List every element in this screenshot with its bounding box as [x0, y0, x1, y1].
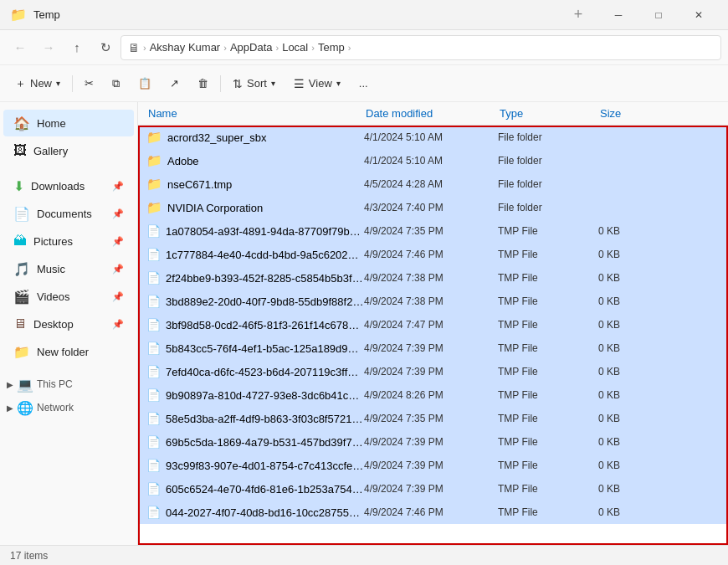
back-button[interactable]: ← — [7, 34, 33, 61]
table-row[interactable]: 📄 3bf98d58-0cd2-46f5-81f3-261f14c67813.t… — [138, 313, 728, 336]
col-name[interactable]: Name — [145, 107, 362, 120]
tmp-file-icon: 📄 — [146, 435, 161, 449]
pin-icon[interactable]: 📌 — [112, 181, 124, 192]
file-name: acrord32_super_sbx — [167, 131, 267, 144]
videos-icon: 🎬 — [13, 289, 30, 305]
sidebar-item-music[interactable]: 🎵 Music 📌 — [3, 255, 134, 282]
sidebar-label-home: Home — [37, 117, 66, 130]
file-name: 93c99f83-907e-4d01-8754-c7c413ccfe84.t..… — [166, 460, 364, 472]
table-row[interactable]: 📄 69b5c5da-1869-4a79-b531-457bd39f7c74..… — [138, 430, 728, 454]
file-name-cell: 📄 9b90897a-810d-4727-93e8-3dc6b41c41a6..… — [146, 388, 364, 402]
table-row[interactable]: 📁 NVIDIA Corporation 4/3/2024 7:40 PM Fi… — [138, 196, 728, 219]
table-row[interactable]: 📄 3bd889e2-20d0-40f7-9bd8-55db9f88f24a..… — [138, 290, 728, 313]
pin-icon-music[interactable]: 📌 — [112, 264, 124, 275]
sidebar-item-home[interactable]: 🏠 Home — [3, 110, 134, 136]
breadcrumb-user[interactable]: Akshay Kumar — [150, 41, 221, 54]
sidebar-item-desktop[interactable]: 🖥 Desktop 📌 — [3, 311, 134, 337]
table-row[interactable]: 📄 9b90897a-810d-4727-93e8-3dc6b41c41a6..… — [138, 383, 728, 407]
pin-icon-videos[interactable]: 📌 — [112, 291, 124, 302]
file-type: TMP File — [498, 249, 598, 260]
folder-icon: 📁 — [146, 177, 162, 192]
paste-icon: 📋 — [138, 77, 151, 90]
pin-icon-pics[interactable]: 📌 — [112, 236, 124, 247]
view-chevron-icon: ▾ — [336, 79, 341, 88]
file-size: 0 KB — [598, 342, 665, 354]
file-type: TMP File — [498, 319, 598, 331]
minimize-button[interactable]: ─ — [599, 0, 638, 30]
breadcrumb[interactable]: 🖥 › Akshay Kumar › AppData › Local › Tem… — [120, 35, 721, 60]
network-section[interactable]: ▶ 🌐 Network — [0, 396, 137, 419]
sidebar-item-downloads[interactable]: ⬇ Downloads 📌 — [3, 172, 134, 199]
file-date: 4/9/2024 7:38 PM — [364, 295, 498, 307]
file-size: 0 KB — [598, 460, 665, 471]
refresh-button[interactable]: ↻ — [92, 34, 119, 61]
table-row[interactable]: 📄 5b843cc5-76f4-4ef1-b5ac-125a189d9917..… — [138, 336, 728, 360]
breadcrumb-temp[interactable]: Temp — [318, 41, 345, 54]
file-name-cell: 📄 1a078054-a93f-4891-94da-87709f79b184.t… — [146, 224, 364, 238]
sidebar-item-gallery[interactable]: 🖼 Gallery — [3, 137, 134, 164]
sidebar-item-newfolder[interactable]: 📁 New folder — [3, 338, 134, 365]
forward-button[interactable]: → — [35, 34, 62, 61]
table-row[interactable]: 📄 1c777884-4e40-4cdd-b4bd-9a5c6202455...… — [138, 243, 728, 266]
copy-button[interactable]: ⧉ — [104, 70, 128, 97]
file-name: 1c777884-4e40-4cdd-b4bd-9a5c6202455... — [166, 249, 364, 261]
table-row[interactable]: 📁 acrord32_super_sbx 4/1/2024 5:10 AM Fi… — [138, 126, 728, 149]
tmp-file-icon: 📄 — [146, 482, 161, 496]
more-button[interactable]: ... — [351, 70, 377, 97]
file-name: 605c6524-4e70-4fd6-81e6-1b253a754310... — [166, 483, 364, 496]
table-row[interactable]: 📁 Adobe 4/1/2024 5:10 AM File folder — [138, 149, 728, 172]
new-button[interactable]: ＋ New ▾ — [7, 70, 69, 97]
table-row[interactable]: 📄 58e5d3ba-a2ff-4df9-b863-3f03c8f57213.t… — [138, 407, 728, 430]
breadcrumb-appdata[interactable]: AppData — [230, 41, 273, 54]
status-text: 17 items — [10, 550, 48, 562]
file-type: File folder — [498, 155, 598, 167]
sidebar-item-pictures[interactable]: 🏔 Pictures 📌 — [3, 228, 134, 254]
col-size[interactable]: Size — [597, 107, 664, 120]
table-row[interactable]: 📄 7efd40ca-d6fc-4523-b6d4-207119c3ff5a.t… — [138, 360, 728, 383]
title-bar: 📁 Temp + ─ □ ✕ — [0, 0, 728, 30]
delete-button[interactable]: 🗑 — [189, 70, 217, 97]
up-button[interactable]: ↑ — [64, 34, 90, 61]
breadcrumb-computer-icon: 🖥 — [128, 41, 140, 54]
sidebar-label-videos: Videos — [37, 290, 70, 303]
file-size: 0 KB — [598, 366, 665, 378]
file-list[interactable]: 📁 acrord32_super_sbx 4/1/2024 5:10 AM Fi… — [138, 126, 728, 545]
folder-icon: 📁 — [146, 153, 162, 168]
new-icon: ＋ — [15, 76, 26, 91]
table-row[interactable]: 📄 605c6524-4e70-4fd6-81e6-1b253a754310..… — [138, 477, 728, 501]
thispc-section[interactable]: ▶ 💻 This PC — [0, 372, 137, 396]
pin-icon-desktop[interactable]: 📌 — [112, 319, 124, 330]
breadcrumb-local[interactable]: Local — [282, 41, 308, 54]
new-tab-button[interactable]: + — [559, 0, 597, 30]
pin-icon-docs[interactable]: 📌 — [112, 208, 124, 219]
copy-icon: ⧉ — [112, 77, 120, 90]
column-headers: Name Date modified Type Size — [138, 102, 728, 126]
sidebar-item-videos[interactable]: 🎬 Videos 📌 — [3, 283, 134, 310]
table-row[interactable]: 📄 1a078054-a93f-4891-94da-87709f79b184.t… — [138, 219, 728, 243]
file-name-cell: 📄 7efd40ca-d6fc-4523-b6d4-207119c3ff5a.t… — [146, 365, 364, 378]
table-row[interactable]: 📄 2f24bbe9-b393-452f-8285-c5854b5b3f15..… — [138, 266, 728, 290]
maximize-button[interactable]: □ — [639, 0, 678, 30]
file-type: TMP File — [498, 389, 598, 401]
paste-button[interactable]: 📋 — [130, 70, 160, 97]
cut-button[interactable]: ✂ — [76, 70, 102, 97]
view-icon: ☰ — [294, 77, 305, 90]
file-name-cell: 📄 5b843cc5-76f4-4ef1-b5ac-125a189d9917..… — [146, 342, 364, 355]
view-button[interactable]: ☰ View ▾ — [285, 70, 349, 97]
file-size: 0 KB — [598, 506, 665, 518]
close-button[interactable]: ✕ — [679, 0, 718, 30]
tmp-file-icon: 📄 — [146, 506, 161, 519]
col-date[interactable]: Date modified — [362, 107, 496, 120]
table-row[interactable]: 📁 nseC671.tmp 4/5/2024 4:28 AM File fold… — [138, 172, 728, 196]
table-row[interactable]: 📄 93c99f83-907e-4d01-8754-c7c413ccfe84.t… — [138, 454, 728, 477]
col-type[interactable]: Type — [496, 107, 597, 120]
folder-icon: 📁 — [146, 130, 162, 145]
title-bar-title: Temp — [33, 8, 559, 21]
share-button[interactable]: ↗ — [161, 70, 187, 97]
file-date: 4/9/2024 7:46 PM — [364, 506, 498, 518]
sidebar-label-newfolder: New folder — [37, 346, 89, 358]
sort-button[interactable]: ⇅ Sort ▾ — [224, 70, 284, 97]
file-name-cell: 📄 58e5d3ba-a2ff-4df9-b863-3f03c8f57213.t… — [146, 412, 364, 425]
table-row[interactable]: 📄 044-2027-4f07-40d8-bd16-10cc28755064..… — [138, 501, 728, 524]
sidebar-item-documents[interactable]: 📄 Documents 📌 — [3, 200, 134, 227]
